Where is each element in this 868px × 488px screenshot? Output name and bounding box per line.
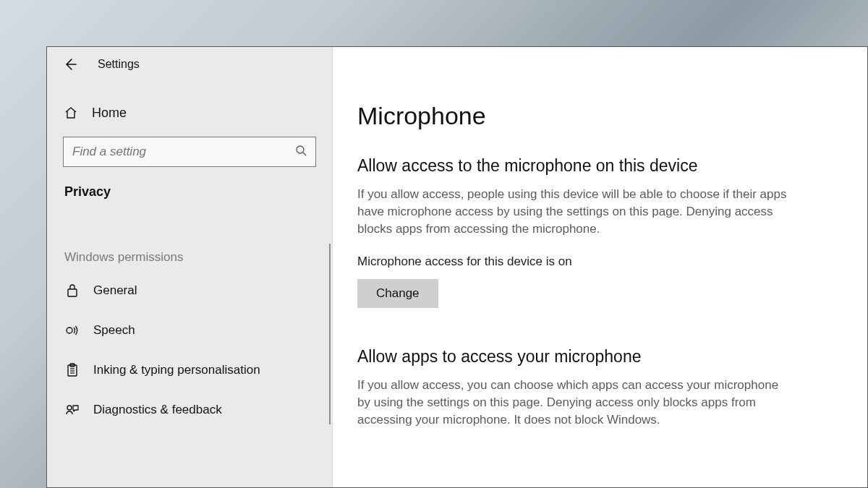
home-icon — [63, 106, 79, 120]
mic-access-status: Microphone access for this device is on — [357, 254, 846, 269]
svg-point-0 — [297, 146, 304, 153]
svg-line-1 — [303, 153, 306, 155]
sidebar-home-label: Home — [92, 106, 127, 121]
clipboard-icon — [64, 363, 80, 377]
content-pane: Microphone Allow access to the microphon… — [333, 47, 867, 487]
sidebar-item-diagnostics[interactable]: Diagnostics & feedback — [47, 390, 332, 429]
sidebar-section-label: Windows permissions — [47, 200, 332, 270]
sidebar-item-label: General — [93, 283, 137, 298]
speech-icon — [64, 323, 80, 338]
sidebar-home[interactable]: Home — [47, 82, 332, 122]
sidebar-item-label: Inking & typing personalisation — [93, 363, 260, 377]
titlebar: Settings — [47, 47, 332, 82]
sidebar-scroll-indicator[interactable] — [329, 244, 331, 424]
search-input[interactable] — [72, 145, 295, 159]
section2-heading: Allow apps to access your microphone — [357, 347, 846, 367]
lock-icon — [64, 283, 80, 298]
section1-heading: Allow access to the microphone on this d… — [357, 156, 846, 176]
window-title: Settings — [98, 58, 140, 71]
sidebar-item-label: Diagnostics & feedback — [93, 403, 222, 417]
svg-point-3 — [67, 328, 72, 333]
sidebar-item-label: Speech — [93, 323, 135, 338]
search-icon — [295, 145, 307, 159]
settings-window: Settings Home Privacy Windows permission… — [46, 46, 868, 488]
search-container — [63, 137, 316, 167]
svg-point-9 — [67, 406, 72, 410]
page-title: Microphone — [357, 102, 846, 130]
sidebar-item-inking[interactable]: Inking & typing personalisation — [47, 350, 332, 390]
sidebar-category: Privacy — [47, 167, 332, 200]
sidebar-item-general[interactable]: General — [47, 270, 332, 310]
search-box[interactable] — [63, 137, 316, 167]
change-button[interactable]: Change — [357, 279, 438, 308]
svg-rect-2 — [68, 289, 77, 296]
sidebar: Settings Home Privacy Windows permission… — [47, 47, 333, 487]
section1-body: If you allow access, people using this d… — [357, 186, 791, 237]
sidebar-nav: General Speech Inking & typing personali… — [47, 270, 332, 429]
feedback-icon — [64, 403, 80, 417]
section2-body: If you allow access, you can choose whic… — [357, 377, 791, 428]
sidebar-item-speech[interactable]: Speech — [47, 310, 332, 350]
back-icon[interactable] — [63, 57, 77, 72]
